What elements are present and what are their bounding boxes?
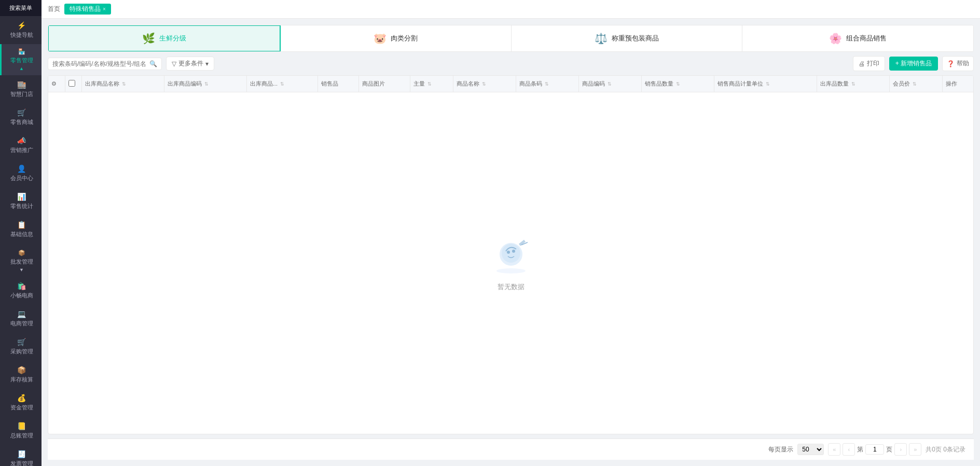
th-product-code[interactable]: 商品编码 ⇅ (579, 76, 642, 92)
sort-icon-out-product-code: ⇅ (204, 81, 209, 87)
th-sale-unit[interactable]: 销售商品计量单位 ⇅ (714, 76, 817, 92)
search-input[interactable] (52, 60, 147, 67)
sidebar-item-basic-info[interactable]: 📋 基础信息 (0, 215, 42, 243)
sort-icon-product-code: ⇅ (608, 81, 612, 87)
help-button[interactable]: ❓ 帮助 (942, 56, 974, 71)
close-tab-icon[interactable]: × (103, 6, 106, 12)
prev-page-button[interactable]: ‹ (843, 443, 855, 456)
sidebar-item-label: 基础信息 (10, 230, 33, 238)
th-settings: ⚙ (48, 76, 65, 92)
column-settings-icon[interactable]: ⚙ (51, 80, 57, 87)
tab-combo-sale-label: 组合商品销售 (846, 34, 887, 43)
th-product-barcode[interactable]: 商品条码 ⇅ (516, 76, 578, 92)
sidebar-item-retail-stats[interactable]: 📊 零售统计 (0, 187, 42, 215)
sidebar-item-retail-mgmt[interactable]: 🏪 零售管理 ▲ (0, 44, 42, 75)
sidebar-item-mini-ecommerce[interactable]: 🛍️ 小畅电商 (0, 277, 42, 305)
data-table-container: ⚙ 出库商品名称 ⇅ 出库商品编码 ⇅ (48, 75, 974, 434)
th-out-product-name[interactable]: 出库商品名称 ⇅ (81, 76, 164, 92)
first-page-button[interactable]: « (828, 443, 840, 456)
filter-button[interactable]: ▽ 更多条件 ▾ (166, 57, 214, 71)
empty-state: 暂无数据 (48, 92, 973, 434)
th-sale-qty[interactable]: 销售品数量 ⇅ (642, 76, 714, 92)
combo-sale-icon: 🌸 (829, 32, 842, 45)
sidebar-item-label: 智慧门店 (10, 90, 33, 98)
sidebar-item-quick-nav[interactable]: ⚡ 快捷导航 (0, 16, 42, 44)
sidebar-item-general-ledger[interactable]: 📒 总账管理 (0, 417, 42, 445)
sidebar-item-label: 营销推广 (10, 146, 33, 154)
th-product-image: 商品图片 (359, 76, 410, 92)
sidebar-item-purchase-mgmt[interactable]: 🛒 采购管理 (0, 333, 42, 361)
print-label: 打印 (867, 59, 879, 68)
active-tab-label: 特殊销售品 (70, 5, 101, 13)
active-tab[interactable]: 特殊销售品 × (64, 4, 111, 15)
sidebar-item-label: 资金管理 (10, 404, 33, 412)
sidebar-item-label: 库存核算 (10, 376, 33, 383)
th-out-product-code[interactable]: 出库商品编码 ⇅ (164, 76, 246, 92)
total-info: 共0页 0条记录 (926, 445, 965, 454)
sidebar-item-label: 小畅电商 (10, 292, 33, 299)
sidebar-item-retail-mall[interactable]: 🛒 零售商城 (0, 103, 42, 131)
tab-meat-cut-label: 肉类分割 (391, 34, 418, 43)
next-page-button[interactable]: › (894, 443, 907, 456)
last-page-button[interactable]: » (909, 443, 921, 456)
sidebar-logo[interactable]: 搜索菜单 (0, 0, 42, 16)
th-out-product-spec[interactable]: 出库商品... ⇅ (246, 76, 318, 92)
retail-mall-icon: 🛒 (17, 108, 26, 117)
svg-point-4 (512, 250, 515, 253)
tab-combo-sale[interactable]: 🌸 组合商品销售 (742, 25, 973, 51)
retail-stats-icon: 📊 (17, 193, 26, 201)
tab-weigh-pack[interactable]: ⚖️ 称重预包装商品 (512, 25, 743, 51)
fresh-grade-icon: 🌿 (142, 32, 155, 45)
new-sale-product-button[interactable]: + 新增销售品 (889, 57, 938, 71)
sort-icon-member-price: ⇅ (913, 81, 917, 87)
toolbar-right: 🖨 打印 + 新增销售品 ❓ 帮助 (853, 56, 974, 71)
sidebar-item-inventory[interactable]: 📦 库存核算 (0, 361, 42, 389)
breadcrumb-home[interactable]: 首页 (48, 5, 60, 13)
sidebar-item-label: 采购管理 (10, 348, 33, 355)
sidebar-item-wholesale-mgmt[interactable]: 📦 批发管理 ▼ (0, 245, 42, 277)
select-all-checkbox[interactable] (68, 80, 75, 87)
quick-nav-icon: ⚡ (17, 21, 26, 30)
sidebar-item-finance[interactable]: 💰 资金管理 (0, 389, 42, 417)
page-label-after: 页 (886, 445, 892, 454)
per-page-label: 每页显示 (768, 445, 793, 454)
tab-fresh-grade[interactable]: 🌿 生鲜分级 (48, 25, 281, 52)
per-page-select[interactable]: 102050100 (797, 444, 824, 455)
sidebar-item-smart-store[interactable]: 🏬 智慧门店 (0, 75, 42, 103)
sidebar: 搜索菜单 ⚡ 快捷导航 🏪 零售管理 ▲ 🏬 智慧门店 🛒 零售商城 📣 营销推… (0, 0, 42, 466)
sidebar-item-marketing[interactable]: 📣 营销推广 (0, 131, 42, 159)
sort-icon-out-product-spec: ⇅ (280, 81, 284, 87)
sidebar-item-invoice-mgmt[interactable]: 🧾 发票管理 (0, 445, 42, 466)
marketing-icon: 📣 (17, 136, 26, 145)
print-icon: 🖨 (859, 60, 865, 67)
help-icon: ❓ (947, 60, 955, 67)
th-main-weight[interactable]: 主量 ⇅ (410, 76, 453, 92)
sort-icon-out-qty: ⇅ (851, 81, 855, 87)
th-member-price[interactable]: 会员价 ⇅ (889, 76, 942, 92)
search-box[interactable]: 🔍 (48, 58, 162, 70)
svg-point-0 (496, 268, 526, 273)
svg-point-2 (502, 244, 520, 263)
filter-icon: ▽ (172, 60, 176, 67)
sort-icon-product-name: ⇅ (482, 81, 486, 87)
chevron-down-icon: ▲ (19, 66, 24, 71)
tab-meat-cut[interactable]: 🐷 肉类分割 (280, 25, 512, 51)
member-center-icon: 👤 (17, 165, 26, 173)
print-button[interactable]: 🖨 打印 (853, 56, 885, 71)
th-product-name[interactable]: 商品名称 ⇅ (453, 76, 516, 92)
sidebar-item-ecommerce-mgmt[interactable]: 💻 电商管理 (0, 305, 42, 333)
toolbar-left: 🔍 ▽ 更多条件 ▾ (48, 57, 214, 71)
top-nav: 首页 特殊销售品 × (42, 0, 980, 19)
sidebar-item-label: 零售统计 (10, 202, 33, 210)
chevron-down-icon-filter: ▾ (205, 60, 209, 67)
th-action: 操作 (942, 76, 973, 92)
main-content: 首页 特殊销售品 × 🌿 生鲜分级 🐷 肉类分割 ⚖️ 称重预包装商品 🌸 组合… (42, 0, 980, 466)
current-page-input[interactable] (865, 444, 884, 455)
chevron-down-icon-2: ▼ (19, 267, 24, 272)
th-out-qty[interactable]: 出库品数量 ⇅ (817, 76, 889, 92)
sidebar-item-member-center[interactable]: 👤 会员中心 (0, 159, 42, 187)
ecommerce-mgmt-icon: 💻 (17, 310, 26, 318)
search-icon: 🔍 (149, 60, 157, 67)
retail-mgmt-icon: 🏪 (18, 48, 25, 55)
sidebar-item-label: 批发管理 (10, 258, 33, 266)
